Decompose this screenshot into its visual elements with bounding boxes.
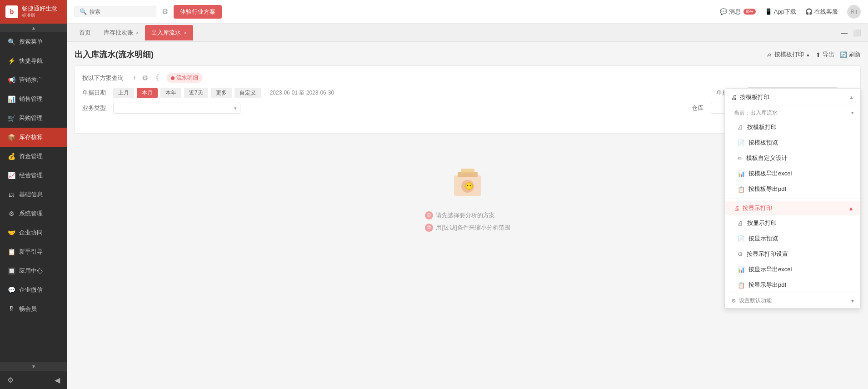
template-pdf-icon: 📋 bbox=[738, 186, 745, 193]
sidebar-item-label: 库存核算 bbox=[19, 133, 43, 141]
sidebar-footer: ⚙ ◀ bbox=[0, 371, 67, 389]
sidebar-item-label: 采购管理 bbox=[19, 114, 43, 122]
date-btn-more[interactable]: 更多 bbox=[211, 88, 232, 98]
app-subtitle: 标准版 bbox=[22, 12, 57, 19]
customer-service-label: 在线客服 bbox=[814, 8, 838, 16]
template-excel-label: 按模板导出excel bbox=[748, 170, 792, 178]
dropdown-item-template-excel[interactable]: 📊 按模板导出excel bbox=[725, 166, 860, 181]
app-download-button[interactable]: 📱 App下载 bbox=[765, 8, 796, 16]
refresh-button[interactable]: 🔄 刷新 bbox=[840, 50, 861, 59]
topbar-gear-icon[interactable]: ⚙ bbox=[162, 7, 168, 16]
sidebar-item-operation[interactable]: 📈 经营管理 bbox=[0, 166, 67, 185]
lightning-icon: ⚡ bbox=[7, 57, 15, 65]
tab-minimize-button[interactable]: — bbox=[839, 27, 849, 38]
tab-inventory-flow-label: 出入库流水 bbox=[151, 29, 181, 37]
sidebar-scroll-down[interactable]: ▼ bbox=[0, 362, 67, 371]
dropdown-item-template-print[interactable]: 🖨 按模板打印 bbox=[725, 120, 860, 135]
hint-text-2: 用[过滤]条件来缩小分析范围 bbox=[436, 222, 510, 233]
sidebar-item-label: 销售管理 bbox=[19, 95, 43, 103]
dropdown-title: 按模板打印 bbox=[740, 93, 769, 101]
sidebar-item-basic[interactable]: 🗂 基础信息 bbox=[0, 185, 67, 204]
filter-collapse-left-button[interactable]: 《 bbox=[152, 73, 159, 83]
sidebar-item-search[interactable]: 🔍 搜索菜单 bbox=[0, 32, 67, 51]
business-type-select[interactable] bbox=[113, 103, 240, 114]
sidebar-scroll-up[interactable]: ▲ bbox=[0, 24, 67, 32]
topbar: 🔍 ⚙ 体验行业方案 💬 消息 99+ 📱 App下载 🎧 在线客服 Rit bbox=[67, 0, 868, 24]
customer-service-button[interactable]: 🎧 在线客服 bbox=[805, 8, 838, 16]
user-avatar[interactable]: Rit bbox=[847, 5, 861, 19]
tab-inventory-batch[interactable]: 库存批次账 × bbox=[97, 25, 145, 40]
tab-home[interactable]: 首页 bbox=[73, 25, 97, 40]
sidebar-item-marketing[interactable]: 📢 营销推广 bbox=[0, 70, 67, 90]
dropdown-divider bbox=[725, 199, 860, 199]
sidebar-item-label: 应用中心 bbox=[19, 267, 43, 275]
dropdown-display-section-header[interactable]: 🖨 按显示打印 ▲ bbox=[725, 201, 860, 215]
member-icon: 🎖 bbox=[7, 305, 15, 313]
dropdown-item-display-print[interactable]: 🖨 按显示打印 bbox=[725, 215, 860, 231]
dropdown-item-template-custom[interactable]: ✏ 模板自定义设计 bbox=[725, 150, 860, 166]
sidebar-item-guide[interactable]: 📋 新手引导 bbox=[0, 242, 67, 261]
sidebar: b 畅捷通好生意 标准版 ▲ 🔍 搜索菜单 ⚡ 快捷导航 📢 营销推广 📊 销售… bbox=[0, 0, 67, 389]
filter-settings-button[interactable]: ⚙ bbox=[142, 74, 148, 82]
folder-icon: 🗂 bbox=[7, 190, 15, 199]
wechat-icon: 💬 bbox=[7, 286, 15, 294]
dropdown-item-display-preview[interactable]: 📄 按显示预览 bbox=[725, 231, 860, 246]
date-btn-this-year[interactable]: 本年 bbox=[160, 88, 181, 98]
svg-text:😶: 😶 bbox=[464, 182, 474, 190]
tab-inventory-flow-close[interactable]: × bbox=[184, 30, 186, 35]
app-download-label: App下载 bbox=[774, 8, 796, 16]
main-area: 🔍 ⚙ 体验行业方案 💬 消息 99+ 📱 App下载 🎧 在线客服 Rit bbox=[67, 0, 868, 389]
date-btn-last-month[interactable]: 上月 bbox=[113, 88, 134, 98]
dropdown-item-display-settings[interactable]: ⚙ 按显示打印设置 bbox=[725, 246, 860, 262]
display-preview-label: 按显示预览 bbox=[748, 234, 778, 243]
footer-label: 设置默认功能 bbox=[739, 297, 772, 304]
sidebar-item-inventory[interactable]: 📦 库存核算 bbox=[0, 128, 67, 147]
dropdown-item-template-pdf[interactable]: 📋 按模板导出pdf bbox=[725, 181, 860, 197]
footer-gear-icon[interactable]: ⚙ bbox=[7, 376, 14, 384]
sidebar-item-wechat[interactable]: 💬 企业微信 bbox=[0, 280, 67, 299]
template-custom-icon: ✏ bbox=[738, 155, 743, 162]
sidebar-item-label: 系统管理 bbox=[19, 209, 43, 218]
date-btn-this-month[interactable]: 本月 bbox=[137, 88, 158, 98]
message-label: 消息 bbox=[729, 8, 741, 16]
hint-item-2: ② 用[过滤]条件来缩小分析范围 bbox=[425, 222, 510, 233]
sidebar-item-sales[interactable]: 📊 销售管理 bbox=[0, 90, 67, 109]
sidebar-item-label: 新手引导 bbox=[19, 248, 43, 256]
filter-section-label: 按以下方案查询 bbox=[82, 74, 124, 82]
dropdown-footer[interactable]: ⚙ 设置默认功能 ▾ bbox=[725, 293, 860, 308]
date-btn-custom[interactable]: 自定义 bbox=[234, 88, 261, 98]
tab-inventory-batch-close[interactable]: × bbox=[136, 30, 139, 35]
sidebar-item-label: 企业微信 bbox=[19, 286, 43, 294]
sidebar-item-corp[interactable]: 🤝 企业协同 bbox=[0, 223, 67, 242]
footer-settings-icon: ⚙ bbox=[731, 298, 736, 304]
warehouse-filter-label: 仓库 bbox=[692, 104, 703, 112]
date-btn-7days[interactable]: 近7天 bbox=[184, 88, 208, 98]
sidebar-item-system[interactable]: ⚙ 系统管理 bbox=[0, 204, 67, 223]
sidebar-item-member[interactable]: 🎖 畅会员 bbox=[0, 299, 67, 319]
date-range-display: 2023-06-01 至 2023-06-30 bbox=[270, 89, 334, 97]
sidebar-item-app-center[interactable]: 🔲 应用中心 bbox=[0, 261, 67, 280]
export-button[interactable]: ⬆ 导出 bbox=[816, 50, 834, 59]
dropdown-item-display-pdf[interactable]: 📋 按显示导出pdf bbox=[725, 277, 860, 293]
tab-inventory-flow[interactable]: 出入库流水 × bbox=[145, 25, 193, 40]
dropdown-item-display-excel[interactable]: 📊 按显示导出excel bbox=[725, 262, 860, 277]
headset-icon: 🎧 bbox=[805, 8, 813, 15]
print-button[interactable]: 🖨 按模板打印 ▲ bbox=[767, 50, 810, 59]
dropdown-item-template-preview[interactable]: 📄 按模板预览 bbox=[725, 135, 860, 150]
sidebar-item-purchase[interactable]: 🛒 采购管理 bbox=[0, 109, 67, 128]
filter-add-button[interactable]: ＋ bbox=[131, 73, 138, 83]
search-icon: 🔍 bbox=[7, 38, 15, 46]
message-button[interactable]: 💬 消息 99+ bbox=[720, 8, 756, 16]
business-type-select-wrapper bbox=[113, 103, 240, 114]
footer-collapse-icon[interactable]: ◀ bbox=[55, 376, 60, 384]
tab-maximize-button[interactable]: ⬜ bbox=[851, 27, 863, 38]
display-section-label: 按显示打印 bbox=[743, 204, 772, 212]
trial-button[interactable]: 体验行业方案 bbox=[174, 5, 222, 19]
topbar-search-box[interactable]: 🔍 bbox=[75, 6, 156, 17]
filter-tag-dot bbox=[171, 76, 175, 80]
sidebar-item-label: 经营管理 bbox=[19, 171, 43, 180]
sidebar-item-finance[interactable]: 💰 资金管理 bbox=[0, 147, 67, 166]
hint-num-1: ① bbox=[425, 211, 433, 219]
sidebar-item-shortcut[interactable]: ⚡ 快捷导航 bbox=[0, 51, 67, 70]
search-input[interactable] bbox=[90, 9, 149, 15]
